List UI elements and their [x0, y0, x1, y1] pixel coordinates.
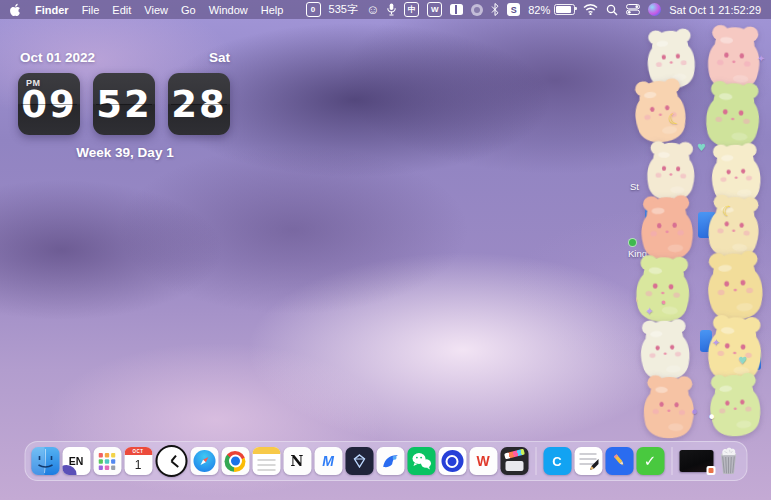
dock-mubu-icon[interactable]: M — [314, 447, 342, 475]
battery-status[interactable]: 82% — [528, 3, 575, 17]
sticker-decoration: ✦ — [757, 54, 765, 64]
input-source-icon[interactable]: 中 — [404, 2, 419, 17]
dock-separator — [535, 447, 536, 475]
battery-icon — [554, 4, 575, 15]
seconds-digits: 28 — [171, 83, 227, 126]
notion-letter: N — [291, 453, 304, 469]
s-input-icon[interactable]: S — [507, 3, 520, 16]
safari-compass — [193, 450, 215, 472]
blue-ring-logo — [441, 450, 463, 472]
minimized-window-thumbnail[interactable] — [679, 450, 713, 472]
mubu-letter: M — [322, 453, 334, 469]
dock-en-input-icon[interactable]: EN — [62, 447, 90, 475]
headphones-icon[interactable] — [471, 4, 483, 16]
minutes-flip-tile: 52 — [93, 73, 155, 135]
dock-blue-circle-app-icon[interactable] — [438, 447, 466, 475]
dock-final-cut-icon[interactable] — [500, 447, 528, 475]
siri-icon[interactable] — [648, 3, 661, 16]
menu-bar: Finder File Edit View Go Window Help 0 5… — [0, 0, 771, 19]
chrome-logo — [225, 451, 246, 472]
cctalk-letter: C — [552, 454, 561, 469]
smiley-menu-icon[interactable]: ☺ — [366, 3, 379, 17]
dock-clock-icon[interactable] — [155, 445, 187, 477]
hours-digits: 09 — [21, 83, 77, 126]
menu-edit[interactable]: Edit — [112, 4, 131, 16]
meridiem-label: PM — [26, 78, 41, 88]
dock-wps-icon[interactable]: W — [469, 447, 497, 475]
sticker-decoration: ♥ — [697, 143, 706, 153]
minutes-digits: 52 — [96, 83, 152, 126]
calendar-month-label: OCT — [124, 447, 152, 455]
dock-notes-icon[interactable] — [252, 447, 280, 475]
dock-wechat-icon[interactable] — [407, 447, 435, 475]
dock-separator — [671, 447, 672, 475]
dock-trash-icon[interactable] — [716, 447, 740, 475]
word-count-status[interactable]: 535字 — [329, 3, 358, 17]
dock-launchpad-icon[interactable] — [93, 447, 121, 475]
flip-clock-widget[interactable]: Oct 01 2022 Sat PM 09 52 28 Week 39, Day… — [18, 50, 232, 160]
sticker-decoration: ♥ — [738, 356, 747, 366]
dock-chrome-icon[interactable] — [221, 447, 249, 475]
dock-dark-notes-icon[interactable] — [345, 447, 373, 475]
dock-baidu-netdisk-icon[interactable] — [376, 447, 404, 475]
sticker-decoration: • — [707, 410, 716, 426]
dock-safari-icon[interactable] — [190, 447, 218, 475]
calendar-day-label: 1 — [135, 458, 142, 472]
widget-weekday: Sat — [209, 50, 230, 65]
menu-file[interactable]: File — [82, 4, 100, 16]
sticker-decoration: ✦ — [645, 306, 654, 317]
dock-notion-icon[interactable]: N — [283, 447, 311, 475]
sticker-decoration: ✦ — [712, 338, 720, 348]
menu-go[interactable]: Go — [181, 4, 196, 16]
desktop-screen: Finder File Edit View Go Window Help 0 5… — [0, 0, 771, 500]
sticker-decoration: • — [690, 405, 699, 421]
menu-window[interactable]: Window — [209, 4, 248, 16]
wps-letter: W — [476, 453, 489, 469]
counter-badge-icon[interactable]: 0 — [306, 2, 321, 17]
dock-calendar-icon[interactable]: OCT 1 — [124, 447, 152, 475]
widget-date: Oct 01 2022 — [20, 50, 95, 65]
menu-view[interactable]: View — [144, 4, 168, 16]
active-app-name[interactable]: Finder — [35, 4, 69, 16]
gummy-bear-folder-icon[interactable] — [700, 368, 771, 442]
sticker-decoration: • — [660, 297, 667, 309]
dock-todo-check-icon[interactable]: ✓ — [636, 447, 664, 475]
widget-week-info: Week 39, Day 1 — [18, 145, 232, 160]
w-app-menu-icon[interactable]: W — [427, 2, 442, 17]
check-glyph: ✓ — [644, 452, 657, 470]
spotlight-search-icon[interactable] — [606, 3, 618, 17]
microphone-icon[interactable] — [387, 3, 396, 17]
wifi-icon[interactable] — [583, 3, 598, 17]
menu-bar-clock[interactable]: Sat Oct 1 21:52:29 — [669, 4, 761, 16]
minimized-app-badge — [706, 466, 715, 475]
bluetooth-icon[interactable] — [491, 3, 499, 17]
seconds-flip-tile: 28 — [168, 73, 230, 135]
dock-finder-icon[interactable] — [31, 447, 59, 475]
battery-percent-label: 82% — [528, 4, 550, 16]
menu-help[interactable]: Help — [261, 4, 284, 16]
dock-pencil-editor-icon[interactable] — [605, 447, 633, 475]
hours-flip-tile: PM 09 — [18, 73, 80, 135]
dock-cctalk-icon[interactable]: C — [543, 447, 571, 475]
en-input-label: EN — [69, 455, 84, 467]
control-center-icon[interactable] — [626, 3, 640, 17]
notebook-menu-icon[interactable] — [450, 4, 463, 15]
dock-memo-icon[interactable] — [574, 447, 602, 475]
apple-menu-icon[interactable] — [10, 3, 22, 17]
dock: EN OCT 1 N M W — [24, 441, 747, 481]
